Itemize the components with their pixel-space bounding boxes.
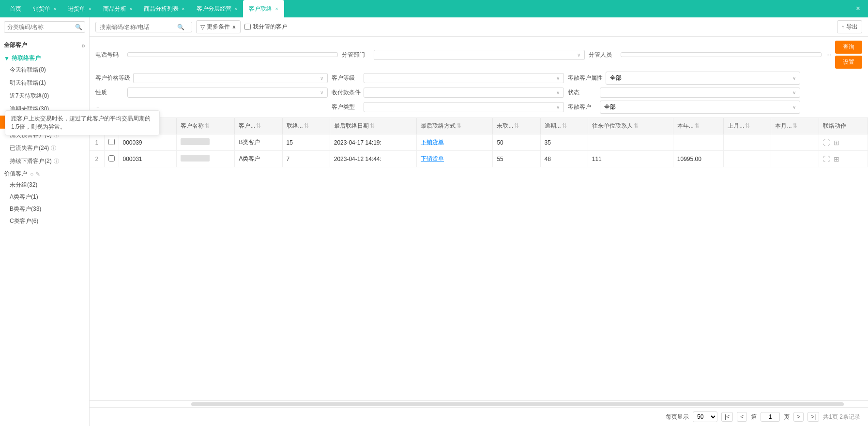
- query-button[interactable]: 查询: [835, 41, 862, 54]
- col-this-month: 本月...⇅: [771, 118, 819, 134]
- export-icon: ↑: [841, 24, 844, 30]
- sort-uncontacted-icon[interactable]: ⇅: [514, 122, 519, 129]
- price-grade-select[interactable]: ∨: [133, 73, 328, 83]
- main-container: 🔍 全部客户 » ▼ 待联络客户 今天待联络(0) 明天待联络(1) 近7天待联…: [0, 17, 868, 426]
- sort-contact-icon[interactable]: ⇅: [304, 122, 309, 129]
- sidebar-group-pending[interactable]: ▼ 待联络客户: [0, 51, 89, 63]
- nav-customer-mgmt[interactable]: 客户分层经营 ×: [191, 0, 243, 17]
- horizontal-scrollbar[interactable]: [90, 400, 868, 407]
- customer-type-select[interactable]: ∨: [364, 102, 564, 112]
- cell-overdue-1: 35: [540, 134, 588, 151]
- search-button-icon[interactable]: 🔍: [177, 24, 184, 30]
- cell-date-1: 2023-04-17 14:19:: [330, 134, 416, 151]
- sidebar-collapse-icon[interactable]: »: [81, 42, 85, 49]
- settings-button[interactable]: 设置: [835, 56, 862, 69]
- method-link-2[interactable]: 下销货单: [421, 155, 444, 162]
- row-checkbox-2[interactable]: [108, 155, 115, 162]
- cell-num-1: 1: [90, 134, 104, 151]
- search-input[interactable]: [100, 24, 177, 30]
- sort-contact2-icon[interactable]: ⇅: [634, 122, 639, 129]
- tooltip-overlay: 距客户上次交易时长，超过了此客户的平均交易周期的1.5倍，则视为异常。: [5, 110, 160, 135]
- window-close-button[interactable]: ×: [852, 4, 864, 13]
- sidebar-search-input[interactable]: [4, 21, 85, 33]
- view-icon-2[interactable]: ⛶: [823, 155, 830, 163]
- export-button[interactable]: ↑ 导出: [837, 20, 862, 33]
- status-select[interactable]: ∨: [600, 88, 800, 98]
- next-page-button[interactable]: >: [793, 412, 804, 422]
- sidebar-item-declining[interactable]: 持续下滑客户(2) ⓘ: [0, 155, 89, 168]
- page-size-select[interactable]: 50 20 100: [693, 411, 717, 422]
- close-analysis-list-icon[interactable]: ×: [182, 6, 184, 12]
- view-icon-1[interactable]: ⛶: [823, 139, 830, 147]
- sidebar-item-grade-c[interactable]: C类客户(6): [0, 215, 89, 227]
- cell-lmonth-2: [724, 151, 771, 167]
- method-link-1[interactable]: 下销货单: [421, 139, 444, 146]
- sidebar-search-icon[interactable]: 🔍: [75, 24, 82, 30]
- nav-sales[interactable]: 销货单 ×: [27, 0, 62, 17]
- prev-page-button[interactable]: <: [737, 412, 747, 422]
- sidebar-item-grade-a[interactable]: A类客户(1): [0, 191, 89, 203]
- nav-customer-contact[interactable]: 客户联络 ×: [243, 0, 284, 17]
- phone-input[interactable]: [127, 52, 338, 57]
- sort-overdue-icon[interactable]: ⇅: [562, 122, 567, 129]
- sort-last-month-icon[interactable]: ⇅: [745, 122, 750, 129]
- close-customer-contact-icon[interactable]: ×: [275, 6, 278, 12]
- close-sales-icon[interactable]: ×: [53, 6, 56, 12]
- nav-analysis[interactable]: 商品分析 ×: [97, 0, 138, 17]
- cell-overdue-2: 48: [540, 151, 588, 167]
- row-checkbox-1[interactable]: [108, 139, 115, 145]
- sidebar-item-grade-b[interactable]: B类客户(33): [0, 203, 89, 215]
- col-contact2: 往来单位联系人⇅: [588, 118, 673, 134]
- cell-year-1: [673, 134, 723, 151]
- edit-icon-1[interactable]: ⊞: [834, 139, 839, 147]
- nav-purchase[interactable]: 进货单 ×: [62, 0, 97, 17]
- sort-name-icon[interactable]: ⇅: [205, 122, 210, 129]
- nav-home[interactable]: 首页: [4, 0, 27, 17]
- cell-name-2: [177, 151, 235, 167]
- sort-method-icon[interactable]: ⇅: [457, 122, 461, 129]
- customer-table: ⚙ 客户编码⇅ 客户名称⇅ 客户...⇅ 联络...⇅ 最后联络日期⇅ 最后联络…: [90, 118, 868, 167]
- dept-select[interactable]: ∨: [374, 50, 584, 60]
- person-input[interactable]: [621, 52, 822, 57]
- sort-year-icon[interactable]: ⇅: [695, 122, 700, 129]
- cell-actions-1: ⛶ ⊞: [819, 134, 868, 151]
- sidebar-item-today[interactable]: 今天待联络(0): [0, 63, 89, 76]
- sort-grade-icon[interactable]: ⇅: [256, 122, 261, 129]
- sidebar-edit-icons[interactable]: ○ ✎: [30, 171, 40, 177]
- edit-icon-2[interactable]: ⊞: [834, 155, 839, 163]
- cell-code-2: 000031: [119, 151, 177, 167]
- my-customers-checkbox[interactable]: [244, 24, 251, 30]
- retail-customer-select[interactable]: 全部 ∨: [600, 101, 800, 114]
- close-customer-mgmt-icon[interactable]: ×: [234, 6, 237, 12]
- more-conditions-button[interactable]: ▽ 更多条件 ∧: [196, 20, 241, 33]
- close-analysis-icon[interactable]: ×: [129, 6, 132, 12]
- scrollbar-thumb[interactable]: [191, 402, 844, 406]
- last-page-button[interactable]: >|: [807, 412, 819, 422]
- sort-this-month-icon[interactable]: ⇅: [792, 122, 797, 129]
- gender-select[interactable]: ∨: [127, 88, 328, 98]
- close-purchase-icon[interactable]: ×: [88, 6, 91, 12]
- cell-contact2-1: [588, 134, 673, 151]
- cell-month-1: [771, 134, 819, 151]
- sidebar-item-tomorrow[interactable]: 明天待联络(1): [0, 76, 89, 89]
- cell-grade-2: A类客户: [235, 151, 282, 167]
- dept-chevron-icon: ∨: [577, 52, 580, 58]
- col-last-date: 最后联络日期⇅: [330, 118, 416, 134]
- page-input[interactable]: [761, 412, 780, 422]
- payment-select[interactable]: ∨: [364, 88, 564, 98]
- table-row: 1 000039 B类客户 15 2023-04-17 14:19: 下销货单 …: [90, 134, 868, 151]
- sidebar-item-ungrouped[interactable]: 未分组(32): [0, 179, 89, 191]
- col-name: 客户名称⇅: [177, 118, 235, 134]
- filter-phone: 电话号码: [95, 51, 338, 59]
- first-page-button[interactable]: |<: [721, 412, 733, 422]
- retail-attr-select[interactable]: 全部 ∨: [606, 72, 800, 85]
- nav-analysis-list[interactable]: 商品分析列表 ×: [138, 0, 190, 17]
- col-actions: 联络动作: [819, 118, 868, 134]
- sidebar-item-churned[interactable]: 已流失客户(24) ⓘ: [0, 142, 89, 155]
- customer-grade-select[interactable]: ∨: [364, 73, 564, 83]
- sort-date-icon[interactable]: ⇅: [370, 122, 375, 129]
- sidebar-item-7days[interactable]: 近7天待联络(0): [0, 89, 89, 103]
- cell-month-2: [771, 151, 819, 167]
- filter-retail-customer: 零散客户 全部 ∨: [568, 101, 800, 114]
- col-this-year: 本年...⇅: [673, 118, 723, 134]
